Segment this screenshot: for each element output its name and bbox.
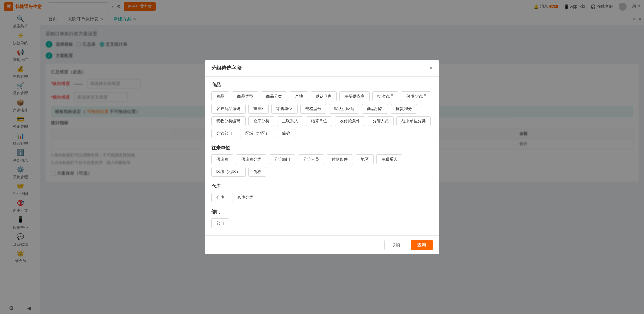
field-tag-tax-code[interactable]: 税收分类编码 [211,116,246,126]
modal-confirm-btn[interactable]: 查询 [411,240,433,250]
field-tag-pick-points[interactable]: 拣货积分 [391,104,417,114]
field-tags-dept: 部门 [211,218,433,228]
field-tag-warehouse-cat[interactable]: 仓库分类 [232,193,258,202]
field-tag-goods-category[interactable]: 商品分类 [261,91,287,101]
field-group-dept-title: 部门 [211,209,433,215]
modal-title: 分组待选字段 [211,65,241,71]
field-group-dept: 部门 部门 [211,209,433,228]
field-select-modal: 分组待选字段 × 商品 商品 商品类型 商品分类 产地 默认仓库 主要供应商 批… [205,60,439,254]
field-tag-short-name[interactable]: 简称 [277,129,295,138]
field-tag-main-supplier[interactable]: 主要供应商 [339,91,370,101]
field-tag-default-supplier[interactable]: 默认供应商 [329,104,359,114]
field-tag-partner-dept[interactable]: 分管部门 [269,154,295,164]
modal-header: 分组待选字段 × [205,60,439,77]
field-tag-supplier-category[interactable]: 供应商分类 [236,154,266,164]
field-tag-supervisor-dept[interactable]: 分管部门 [211,129,237,138]
field-tag-settlement-unit[interactable]: 结算单位 [306,116,332,126]
field-tag-spec-model[interactable]: 规格型号 [300,104,326,114]
field-tag-warehouse-category[interactable]: 仓库分类 [248,116,274,126]
field-tag-customer-code[interactable]: 客户商品编码 [211,104,246,114]
modal-footer: 取消 查询 [205,235,439,254]
field-tags-goods: 商品 商品类型 商品分类 产地 默认仓库 主要供应商 批次管理 保质期管理 客户… [211,91,433,138]
field-tag-supervisor[interactable]: 分管人员 [368,116,394,126]
field-group-partner-title: 往来单位 [211,145,433,151]
field-tags-warehouse: 仓库 仓库分类 [211,193,433,202]
field-tag-shelf-life[interactable]: 保质期管理 [401,91,431,101]
field-tag-partner-supervisor[interactable]: 分管人员 [298,154,324,164]
field-tag-partner-contact[interactable]: 主联系人 [376,154,402,164]
field-group-goods-title: 商品 [211,82,433,88]
modal-close-btn[interactable]: × [429,65,433,72]
field-tag-default-warehouse[interactable]: 默认仓库 [311,91,337,101]
field-tag-origin[interactable]: 产地 [290,91,308,101]
field-tag-partner-short[interactable]: 简称 [248,167,266,177]
field-tags-partner: 供应商 供应商分类 分管部门 分管人员 付款条件 地区 主联系人 区域（地区） … [211,154,433,177]
modal-overlay: 分组待选字段 × 商品 商品 商品类型 商品分类 产地 默认仓库 主要供应商 批… [0,0,644,314]
field-group-warehouse-title: 仓库 [211,183,433,189]
modal-cancel-btn[interactable]: 取消 [384,240,407,250]
field-tag-batch-mgmt[interactable]: 批次管理 [372,91,398,101]
field-tag-partner-region[interactable]: 区域（地区） [211,167,246,177]
field-tag-goods[interactable]: 商品 [211,91,229,101]
field-tag-dept[interactable]: 部门 [211,218,229,228]
field-tag-partner-category[interactable]: 往来单位分类 [396,116,431,126]
field-tag-region[interactable]: 区域（地区） [240,129,274,138]
field-tag-area[interactable]: 地区 [356,154,374,164]
field-tag-warehouse[interactable]: 仓库 [211,193,229,202]
field-tag-retail-unit[interactable]: 零售单位 [271,104,298,114]
field-tag-payment-condition[interactable]: 付款条件 [327,154,353,164]
field-tag-payment-terms[interactable]: 收付款条件 [335,116,365,126]
field-tag-weight3[interactable]: 重量3 [248,104,269,114]
field-group-partner: 往来单位 供应商 供应商分类 分管部门 分管人员 付款条件 地区 主联系人 区域… [211,145,433,177]
field-tag-main-contact[interactable]: 主联系人 [277,116,303,126]
field-tag-goods-type[interactable]: 商品类型 [232,91,258,101]
field-group-warehouse: 仓库 仓库 仓库分类 [211,183,433,202]
modal-body: 商品 商品 商品类型 商品分类 产地 默认仓库 主要供应商 批次管理 保质期管理… [205,77,439,235]
field-tag-goods-alias[interactable]: 商品别名 [362,104,388,114]
field-tag-supplier[interactable]: 供应商 [211,154,233,164]
field-group-goods: 商品 商品 商品类型 商品分类 产地 默认仓库 主要供应商 批次管理 保质期管理… [211,82,433,138]
